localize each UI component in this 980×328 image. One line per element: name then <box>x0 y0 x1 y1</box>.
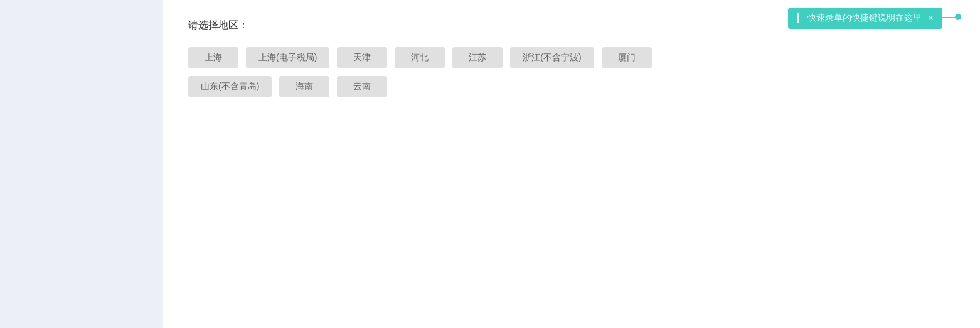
region-button[interactable]: 浙江(不含宁波) <box>510 47 594 68</box>
region-row-2: 山东(不含青岛)海南云南 <box>188 76 955 97</box>
region-button[interactable]: 河北 <box>395 47 445 68</box>
sidebar <box>0 0 163 328</box>
region-button[interactable]: 天津 <box>337 47 387 68</box>
region-row-1: 上海上海(电子税局)天津河北江苏浙江(不含宁波)厦门 <box>188 47 955 68</box>
region-button[interactable]: 海南 <box>279 76 329 97</box>
region-button[interactable]: 厦门 <box>602 47 652 68</box>
main-content: 请选择地区： 上海上海(电子税局)天津河北江苏浙江(不含宁波)厦门 山东(不含青… <box>163 0 980 328</box>
region-button[interactable]: 山东(不含青岛) <box>188 76 272 97</box>
region-button[interactable]: 云南 <box>337 76 387 97</box>
tooltip-close-button[interactable]: × <box>928 13 934 23</box>
tooltip-line <box>942 17 955 18</box>
region-button[interactable]: 上海(电子税局) <box>246 47 329 68</box>
region-button[interactable]: 上海 <box>188 47 238 68</box>
tooltip-banner: 快速录单的快捷键说明在这里 × <box>788 8 942 29</box>
tooltip-text: 快速录单的快捷键说明在这里 <box>807 13 922 24</box>
tooltip-dot <box>955 14 961 20</box>
region-button[interactable]: 江苏 <box>452 47 503 68</box>
